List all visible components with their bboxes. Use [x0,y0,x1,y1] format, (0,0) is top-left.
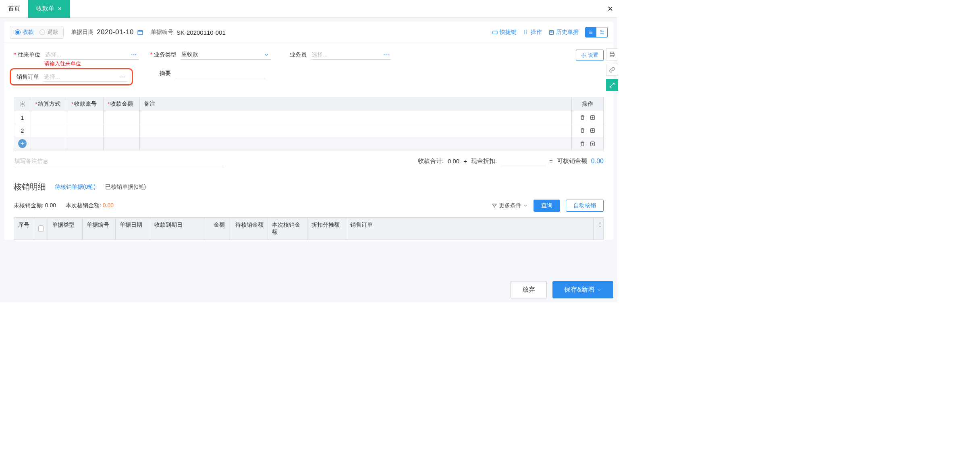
svg-rect-7 [600,31,602,32]
form-area: 往来单位 ··· 请输入往来单位 业务类型 业务员 ··· [4,43,613,97]
lookup-icon[interactable]: ··· [131,52,137,58]
rail-expand-icon[interactable] [606,79,618,91]
this-value: 0.00 [103,202,114,208]
shortcut-link[interactable]: 快捷键 [492,29,517,36]
sales-order-input[interactable] [43,72,128,82]
svg-point-8 [583,54,584,56]
partner-error: 请输入往来单位 [44,60,81,67]
doc-no-value: SK-20200110-001 [176,29,226,36]
save-new-button[interactable]: 保存&新增 [552,281,613,298]
link-label: 操作 [531,29,542,36]
writeoff-header: 核销明细 待核销单据(0笔) 已核销单据(0笔) [4,174,613,196]
checkbox[interactable] [38,225,44,232]
link-label: 历史单据 [556,29,579,36]
note-input[interactable] [14,156,223,166]
history-link[interactable]: 历史单据 [548,29,579,36]
col-account: *收款账号 [67,97,104,111]
svg-rect-1 [493,31,497,34]
partner-label: 往来单位 [14,51,40,58]
writeoff-table-header: 序号 单据类型 单据编号 单据日期 收款到期日 金额 待核销金额 本次核销金额 … [14,218,603,240]
col-pending: 待核销金额 [229,218,268,240]
table-row[interactable]: 1 [14,111,603,124]
tab-label: 收款单 [36,5,54,13]
delete-icon[interactable] [579,115,586,121]
sum-value: 0.00 [448,158,459,165]
this-label: 本次核销金额: [66,202,101,208]
cancel-button[interactable]: 放弃 [511,281,547,298]
col-this: 本次核销金额 [268,218,307,240]
sum-label: 收款合计: [418,157,444,165]
biz-type-input[interactable] [181,50,271,60]
clerk-label: 业务员 [282,51,307,58]
lookup-icon[interactable]: ··· [383,52,389,58]
header-row: 收款 退款 单据日期 2020-01-10 单据编号 SK-20200110-0… [4,22,613,43]
clerk-input[interactable] [311,50,391,60]
lookup-icon[interactable]: ··· [120,74,126,80]
tab-home[interactable]: 首页 [0,0,28,18]
close-icon[interactable]: ✕ [58,6,62,12]
sales-order-label: 销售订单 [15,73,39,81]
col-sort[interactable] [594,218,603,240]
view-card-button[interactable] [596,27,608,38]
payment-table: *结算方式 *收款账号 *收款金额 备注 操作 1 2 [14,97,604,150]
doc-date-label: 单据日期 [71,29,93,36]
sales-order-field: 销售订单 ··· [15,72,128,82]
operate-link[interactable]: 操作 [523,29,542,36]
radio-dot-icon [15,29,21,35]
close-all-icon[interactable]: ✕ [607,4,613,13]
summary-field: 摘要 [144,68,265,78]
col-docno: 单据编号 [83,218,116,240]
unverif-value: 0.00 [45,202,56,208]
add-row-icon[interactable] [590,115,596,121]
discount-input[interactable] [501,157,545,165]
row-number: 2 [14,124,31,137]
biz-type-label: 业务类型 [150,51,176,58]
tab-done[interactable]: 已核销单据(0笔) [104,182,147,192]
auto-writeoff-button[interactable]: 自动核销 [566,200,604,212]
bottom-bar: 放弃 保存&新增 [511,277,613,302]
link-label: 快捷键 [500,29,517,36]
settings-button[interactable]: 设置 [576,50,604,61]
verifiable-label: 可核销金额 [557,157,587,165]
receipt-type-radio-group: 收款 退款 [10,26,64,39]
add-row-icon[interactable] [590,141,596,147]
summary-input[interactable] [175,68,265,78]
col-checkbox [34,218,48,240]
sales-order-highlight: 销售订单 ··· [10,68,133,85]
chevron-down-icon[interactable] [264,52,269,58]
row-number: 1 [14,111,31,124]
delete-icon[interactable] [579,141,586,147]
unverif-label: 未核销金额: [14,202,44,208]
query-button[interactable]: 查询 [534,200,560,212]
rail-print-icon[interactable] [606,48,618,60]
more-conditions[interactable]: 更多条件 [492,202,528,209]
content: 收款 退款 单据日期 2020-01-10 单据编号 SK-20200110-0… [4,22,613,240]
view-list-button[interactable] [585,27,596,38]
equals-sign: = [549,158,553,165]
delete-icon[interactable] [579,127,586,133]
partner-field: 往来单位 ··· 请输入往来单位 [14,50,139,60]
col-order: 销售订单 [346,218,594,240]
radio-label: 收款 [23,29,34,36]
table-header: *结算方式 *收款账号 *收款金额 备注 操作 [14,97,603,111]
partner-input[interactable] [44,50,139,60]
plus-sign: + [463,158,467,165]
writeoff-table: 序号 单据类型 单据编号 单据日期 收款到期日 金额 待核销金额 本次核销金额 … [14,217,604,240]
col-remark: 备注 [140,97,572,111]
svg-point-4 [524,32,525,33]
radio-receipt[interactable]: 收款 [15,29,34,36]
right-rail [606,48,618,91]
add-circle-icon[interactable]: + [18,139,27,148]
svg-point-9 [22,103,23,105]
tab-receipt[interactable]: 收款单 ✕ [28,0,70,18]
table-row[interactable]: 2 [14,124,603,137]
gear-column[interactable] [14,97,31,111]
radio-refund[interactable]: 退款 [39,29,58,36]
tab-pending[interactable]: 待核销单据(0笔) [54,182,96,192]
rail-link-icon[interactable] [606,64,618,76]
calendar-icon[interactable] [137,29,143,35]
clerk-field: 业务员 ··· [282,50,391,60]
add-row-icon[interactable] [590,127,596,133]
radio-label: 退款 [47,29,58,36]
doc-date-value[interactable]: 2020-01-10 [97,28,134,36]
